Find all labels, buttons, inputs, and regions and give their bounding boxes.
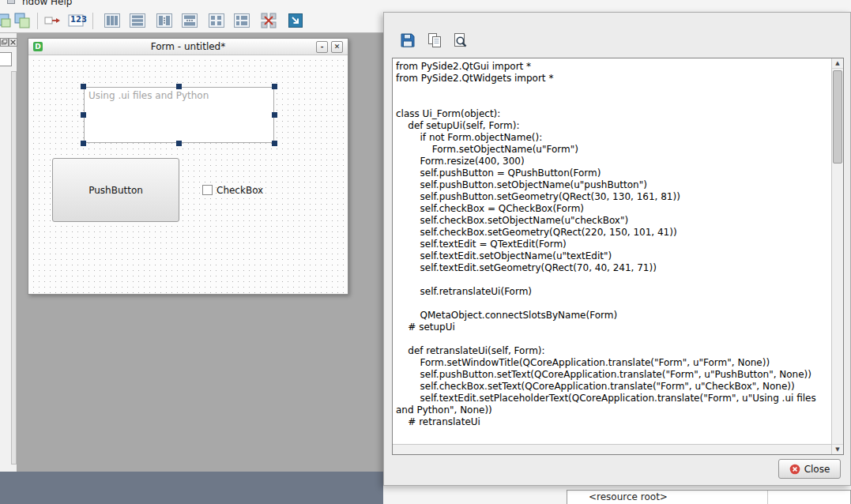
scroll-up-button[interactable]: ▲ [832,58,843,69]
splitter-vertical-icon [181,12,198,29]
menu-item-help[interactable]: Help [51,0,72,7]
resource-root-item[interactable]: <resource root> [589,491,668,502]
adjust-size-button[interactable] [285,10,306,31]
widget-box-scrollbar[interactable] [11,71,17,465]
splitter-horizontal-icon [156,12,173,29]
selection-handle[interactable] [176,84,182,89]
textedit-placeholder: Using .ui files and Python [88,90,209,101]
float-icon [1,39,8,46]
resource-browser-panel[interactable]: <resource root> [567,490,851,504]
layout-horizontal-button[interactable] [102,10,122,31]
layout-form-button[interactable] [232,10,252,31]
adjust-size-icon [287,12,304,29]
copy-code-button[interactable] [424,29,446,51]
dock-float-button[interactable] [0,38,9,47]
dock-close-button[interactable] [9,38,17,47]
form-canvas[interactable]: Using .ui files and Python PushButton Ch… [28,55,348,294]
checkbox-label: CheckBox [217,185,263,196]
save-icon [399,32,416,49]
form-editor-window: D Form - untitled* - ✕ Using .ui files a… [28,38,348,295]
code-preview-dialog: from PySide2.QtGui import * from PySide2… [383,12,851,486]
layout-form-icon [233,12,250,29]
scrollbar-thumb[interactable] [833,70,842,164]
splitter-vertical-button[interactable] [179,10,200,31]
close-button[interactable]: ✕ [331,41,343,53]
checkbox-widget[interactable]: CheckBox [202,174,282,206]
vertical-scrollbar[interactable]: ▲ ▼ [831,58,843,454]
selection-handle[interactable] [272,141,277,146]
qt-designer-screen: ndow Help 123 [0,0,851,504]
find-in-code-button[interactable] [449,29,471,51]
layout-horizontal-icon [104,12,121,29]
form-window-titlebar[interactable]: D Form - untitled* - ✕ [28,39,348,55]
form-window-title: Form - untitled* [28,41,348,52]
widget-filter-input[interactable] [0,52,12,66]
close-dialog-label: Close [804,464,830,475]
checkbox-indicator[interactable] [202,185,213,195]
textedit-widget[interactable]: Using .ui files and Python [84,87,274,143]
layout-grid-icon [208,12,225,29]
tab-order-numbers: 123 [70,15,87,24]
layout-vertical-button[interactable] [127,10,148,31]
layout-vertical-icon [129,12,146,29]
code-view[interactable]: from PySide2.QtGui import * from PySide2… [392,58,844,455]
splitter-horizontal-button[interactable] [154,10,175,31]
break-layout-icon [260,12,277,29]
layout-grid-button[interactable] [206,10,227,31]
edit-tab-order-button[interactable]: 123 [66,10,86,31]
selection-handle[interactable] [272,84,277,89]
menu-window-icon [7,0,15,4]
pushbutton-widget[interactable]: PushButton [52,158,179,222]
break-layout-button[interactable] [258,10,279,31]
pushbutton-label: PushButton [88,185,143,196]
textedit-frame: Using .ui files and Python [84,87,274,143]
menu-item-window-partial[interactable]: ndow [22,0,47,7]
edit-signals-slots-button[interactable] [42,10,62,31]
minimize-button[interactable]: - [316,41,328,53]
close-icon [9,39,17,46]
selection-handle[interactable] [272,112,277,118]
find-icon [451,32,469,49]
preview-panes-button[interactable] [12,10,32,31]
copy-icon [426,32,443,49]
scroll-down-button[interactable]: ▼ [832,444,843,454]
panel-divider [767,491,768,504]
toolbar-separator [92,13,93,29]
selection-handle[interactable] [81,112,86,118]
save-code-button[interactable] [397,29,419,51]
bottom-dock-area [0,472,383,504]
widget-box-dock [0,33,17,472]
close-circle-icon [789,464,800,475]
preview-panes-icon [13,12,31,29]
selection-handle[interactable] [176,141,182,146]
generated-python-code: from PySide2.QtGui import * from PySide2… [396,61,830,442]
selection-handle[interactable] [81,84,86,89]
close-dialog-button[interactable]: Close [778,459,841,479]
edit-signals-slots-icon [43,12,61,29]
horizontal-scrollbar[interactable] [393,444,831,454]
selection-handle[interactable] [81,141,86,146]
edit-widgets-partial-icon [0,12,12,29]
toolbar-separator [37,13,38,29]
